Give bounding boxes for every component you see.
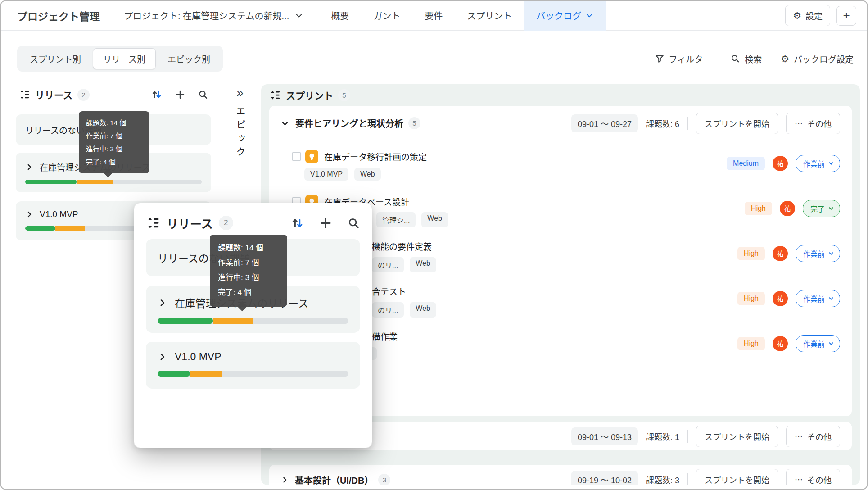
filter-label: フィルター [669,53,712,65]
sprint-group-meta: 09-19 ～ 10-02 課題数: 3 スプリントを開始 ⋯ その他 [571,469,840,485]
tab-overview[interactable]: 概要 [319,1,361,31]
chevron-down-icon[interactable] [281,119,289,127]
divider [687,473,688,485]
search-button[interactable]: 検索 [730,53,762,65]
chevron-down-icon [294,11,303,20]
expand-panel-icon[interactable]: » [236,86,244,99]
settings-button-label: 設定 [805,9,823,22]
status-label: 作業前 [803,338,825,349]
sprint-more-button[interactable]: ⋯ その他 [786,113,840,134]
status-badge[interactable]: 作業前 [796,245,840,262]
project-selector[interactable]: プロジェクト: 在庫管理システムの新規... [124,9,303,22]
view-mode-epic[interactable]: エピック別 [157,48,221,69]
sprint-group-meta: 09-01 ～ 09-27 課題数: 6 スプリントを開始 ⋯ その他 [571,113,840,134]
view-mode-release[interactable]: リリース別 [93,48,156,69]
status-badge[interactable]: 作業前 [796,155,840,172]
add-release-icon[interactable] [319,217,332,230]
release-count-badge: 2 [77,89,90,101]
chevron-right-icon[interactable] [25,210,33,218]
sprint-more-label: その他 [807,431,832,442]
component-tag[interactable]: Web [410,302,436,318]
ellipsis-icon: ⋯ [795,118,803,128]
status-badge[interactable]: 作業前 [796,290,840,307]
tab-backlog[interactable]: バックログ [524,1,606,31]
tab-gantt[interactable]: ガント [361,1,412,31]
list-icon [146,216,160,230]
component-tag[interactable]: Web [354,168,381,181]
sprint-date-range: 09-01 ～ 09-13 [571,427,638,445]
view-toolbar: スプリント別 リリース別 エピック別 フィルター 検索 ⚙ バックログ設定 [17,46,854,71]
sort-icon[interactable] [151,89,163,100]
view-mode-sprint[interactable]: スプリント別 [19,48,91,69]
settings-button[interactable]: ⚙ 設定 [785,5,830,26]
ellipsis-icon: ⋯ [795,431,803,441]
component-tag[interactable]: Web [421,212,448,227]
release-panel-actions [151,89,208,100]
start-sprint-button[interactable]: スプリントを開始 [696,469,778,485]
chevron-down-icon [828,160,834,167]
release-stats-tooltip: 課題数: 14 個 作業前: 7 個 進行中: 3 個 完了: 4 個 [79,111,149,173]
sprint-more-button[interactable]: ⋯ その他 [786,469,840,485]
task-title[interactable]: 合テスト [372,285,406,297]
release-tag[interactable]: のリ... [372,257,404,272]
assignee-avatar[interactable]: 祐 [773,291,788,306]
tab-requirements[interactable]: 要件 [412,1,455,31]
assignee-avatar[interactable]: 祐 [773,246,788,261]
status-label: 完了 [810,203,825,214]
chevron-right-icon[interactable] [25,163,33,171]
task-checkbox[interactable] [292,152,301,161]
search-release-icon[interactable] [198,89,208,100]
task-title[interactable]: 在庫データ移行計画の策定 [324,150,427,163]
task-title[interactable]: 備作業 [372,330,398,342]
filter-icon [655,54,665,64]
release-tag[interactable]: 管理シ... [376,212,416,227]
list-icon [269,89,281,101]
toolbar-actions: フィルター 検索 ⚙ バックログ設定 [655,53,854,65]
release-item-v1-mvp[interactable]: V1.0 MVP [146,342,360,389]
status-badge[interactable]: 作業前 [796,335,840,352]
priority-badge[interactable]: High [737,247,765,260]
release-panel-header: リリース 2 [16,84,211,105]
start-sprint-button[interactable]: スプリントを開始 [696,426,778,447]
priority-badge[interactable]: High [737,337,765,350]
search-icon [730,54,740,64]
release-panel-title: リリース [167,215,213,231]
divider [687,430,688,443]
tab-sprint[interactable]: スプリント [455,1,524,31]
start-sprint-button[interactable]: スプリントを開始 [696,113,778,134]
release-tag[interactable]: のリ... [372,302,404,318]
component-tag[interactable]: Web [410,257,436,272]
release-progress-bar [158,371,348,377]
chevron-right-icon[interactable] [281,476,289,484]
release-panel-drag-ghost[interactable]: リリース 2 リリースのない課題 在庫管理 [134,203,372,448]
sprint-group-header[interactable]: 要件ヒアリングと現状分析 5 09-01 ～ 09-27 課題数: 6 スプリン… [269,106,852,141]
backlog-settings-button[interactable]: ⚙ バックログ設定 [781,53,854,65]
priority-badge[interactable]: High [745,202,772,215]
release-count-badge: 2 [219,216,233,230]
status-badge[interactable]: 完了 [803,200,840,217]
add-release-icon[interactable] [175,89,185,100]
chevron-right-icon[interactable] [158,298,167,308]
sprint-more-button[interactable]: ⋯ その他 [786,426,840,447]
priority-badge[interactable]: Medium [727,157,765,170]
assignee-avatar[interactable]: 祐 [780,201,795,216]
priority-badge[interactable]: High [737,292,765,305]
task-title[interactable]: 機能の要件定義 [372,240,432,252]
epic-panel-collapsed[interactable]: » エピック [228,86,252,160]
release-tag[interactable]: V1.0 MVP [304,168,348,181]
sprint-panel-title: スプリント [286,88,333,102]
sort-icon[interactable] [290,216,304,230]
filter-button[interactable]: フィルター [655,53,712,65]
assignee-avatar[interactable]: 祐 [773,156,788,171]
search-release-icon[interactable] [347,217,360,230]
add-button[interactable]: + [836,6,856,26]
list-icon [18,89,30,100]
sprint-group-header[interactable]: 基本設計（UI/DB） 3 09-19 ～ 10-02 課題数: 3 スプリント… [269,465,852,485]
sprint-issue-count: 課題数: 3 [646,474,679,485]
chevron-right-icon[interactable] [158,352,167,362]
sprint-group-count-badge: 5 [408,117,420,129]
tab-backlog-label: バックログ [536,9,581,22]
assignee-avatar[interactable]: 祐 [773,336,788,351]
tooltip-done-count: 完了: 4 個 [86,155,142,168]
top-bar: プロジェクト管理 プロジェクト: 在庫管理システムの新規... 概要 ガント 要… [1,1,867,31]
